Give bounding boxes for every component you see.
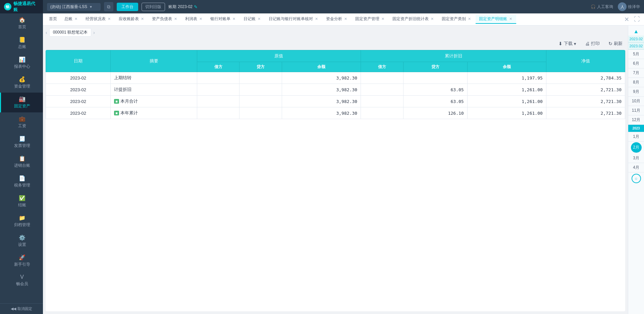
print-button[interactable]: 🖨 打印 [582, 39, 602, 48]
right-panel-month[interactable]: 1月 [628, 132, 644, 142]
sidebar-unpin-button[interactable]: ◀◀ 取消固定 [0, 303, 43, 314]
tab-银行对账单[interactable]: 银行对账单✕ [207, 15, 239, 24]
sidebar-item-税务管理[interactable]: 📄税务管理 [0, 172, 43, 192]
sidebar-item-工资[interactable]: 💼工资 [0, 112, 43, 132]
tab-close-icon[interactable]: ✕ [140, 16, 145, 21]
right-panel-month[interactable]: 9月 [628, 87, 644, 97]
row-tag: ■ [114, 111, 119, 115]
tab-固定资产折旧统计表[interactable]: 固定资产折旧统计表✕ [389, 15, 438, 24]
cell-orig-debit [197, 72, 239, 84]
switch-version-button[interactable]: 切到旧版 [142, 3, 165, 11]
tab-close-icon[interactable]: ✕ [343, 16, 348, 21]
tab-总账[interactable]: 总账✕ [61, 15, 82, 24]
sidebar-item-进销台账[interactable]: 📋进销台账 [0, 152, 43, 172]
sidebar-item-固定资产[interactable]: 🏭固定资产 [0, 93, 43, 112]
cell-acc-credit: 63.05 [403, 96, 467, 107]
maximize-button[interactable]: ⛶ [633, 15, 641, 23]
tab-首页[interactable]: 首页 [46, 15, 60, 24]
up-arrow-icon[interactable]: ▲ [633, 28, 640, 36]
tab-资产负债表[interactable]: 资产负债表✕ [149, 15, 181, 24]
print-icon: 🖨 [585, 41, 590, 46]
right-panel-month[interactable]: 3月 [628, 154, 644, 163]
tab-close-icon[interactable]: ✕ [107, 16, 111, 21]
page-content: ‹ 000001 联想笔记本 › ⬇ 下载 ▾ 🖨 打印 ↻ 刷新 [43, 25, 628, 314]
sidebar-item-资金管理[interactable]: 💰资金管理 [0, 73, 43, 93]
sidebar-item-总账[interactable]: 📒总账 [0, 33, 43, 53]
service-button[interactable]: 🎧 人工客询 [591, 4, 613, 10]
right-panel-month-active[interactable]: 2月 [631, 142, 642, 153]
sidebar-item-新手引导[interactable]: 🚀新手引导 [0, 251, 43, 271]
tab-close-icon[interactable]: ✕ [257, 16, 261, 21]
tab-固定资产管理[interactable]: 固定资产管理✕ [352, 15, 388, 24]
tab-资金分析[interactable]: 资金分析✕ [323, 15, 351, 24]
right-panel-month[interactable]: 11月 [628, 106, 644, 115]
next-arrow[interactable]: › [93, 30, 95, 35]
user-menu[interactable]: 人 徐泽华 [618, 2, 640, 11]
right-panel-month[interactable]: 5月 [628, 50, 644, 59]
col-accumulated-depreciation: 累计折旧 [361, 50, 546, 62]
tab-close-icon[interactable]: ✕ [381, 16, 385, 21]
download-button[interactable]: ⬇ 下载 ▾ [556, 39, 579, 48]
tab-利润表[interactable]: 利润表✕ [182, 15, 206, 24]
sidebar-item-设置[interactable]: ⚙️设置 [0, 231, 43, 251]
cell-orig-credit [239, 107, 282, 119]
close-all-tabs-button[interactable]: ✕ [623, 15, 631, 24]
company-selector[interactable]: (勿动) 江西服垂-LSS ▼ [47, 3, 101, 11]
right-panel-date-bottom[interactable]: 2023.02 [628, 43, 644, 50]
cell-orig-credit [239, 96, 282, 107]
refresh-icon: ↻ [608, 41, 612, 46]
copy-button[interactable]: ⧉ [104, 2, 113, 11]
sidebar-item-畅会员[interactable]: V畅会员 [0, 271, 43, 290]
tab-close-icon[interactable]: ✕ [467, 16, 472, 21]
cell-acc-balance: 1,261.00 [467, 84, 546, 96]
right-panel-month[interactable]: 10月 [628, 97, 644, 106]
tab-close-icon[interactable]: ✕ [232, 16, 236, 21]
circle-indicator[interactable]: ○ [632, 174, 641, 183]
sidebar-item-首页[interactable]: 🏠首页 [0, 13, 43, 33]
right-panel-date-top[interactable]: 2023.02 [628, 36, 644, 43]
tab-close-icon[interactable]: ✕ [74, 16, 78, 21]
cell-date: 2023-02 [46, 72, 111, 84]
sidebar-item-发票管理[interactable]: 🧾发票管理 [0, 132, 43, 152]
table-row: 2023-02 ■本月合计 3,982.30 63.05 1,261.00 2,… [46, 96, 625, 107]
tab-固定资产明细账[interactable]: 固定资产明细账✕ [476, 15, 516, 24]
prev-arrow[interactable]: ‹ [46, 30, 47, 35]
period-display: 账期 2023-02 ✎ [168, 4, 198, 10]
right-panel-month[interactable]: 4月 [628, 163, 644, 172]
sidebar-item-归档管理[interactable]: 📁归档管理 [0, 211, 43, 231]
cell-date: 2023-02 [46, 107, 111, 119]
right-panel-month[interactable]: 7月 [628, 68, 644, 78]
period-edit-icon[interactable]: ✎ [194, 4, 198, 9]
cell-acc-balance: 1,261.00 [467, 107, 546, 119]
col-orig-balance: 余额 [282, 62, 361, 72]
cell-acc-balance: 1,197.95 [467, 72, 546, 84]
chevron-down-icon: ▾ [574, 41, 576, 46]
table-row: 2023-02 计提折旧 3,982.30 63.05 1,261.00 2,7… [46, 84, 625, 96]
tab-close-icon[interactable]: ✕ [199, 16, 203, 21]
tab-应收账龄表[interactable]: 应收账龄表✕ [115, 15, 148, 24]
sidebar: 畅 畅捷通易代账 🏠首页📒总账📊报表中心💰资金管理🏭固定资产💼工资🧾发票管理📋进… [0, 0, 43, 314]
tab-固定资产类别[interactable]: 固定资产类别✕ [438, 15, 475, 24]
refresh-button[interactable]: ↻ 刷新 [606, 39, 625, 48]
tab-close-icon[interactable]: ✕ [173, 16, 178, 21]
cell-orig-balance: 3,982.30 [282, 107, 361, 119]
right-panel-year[interactable]: 2023 [628, 125, 644, 132]
sidebar-item-结账[interactable]: ✅结账 [0, 192, 43, 211]
col-abstract: 摘要 [111, 50, 197, 72]
right-panel-month[interactable]: 8月 [628, 78, 644, 87]
tab-日记账与银行对账单核对[interactable]: 日记账与银行对账单核对✕ [265, 15, 322, 24]
tab-日记账[interactable]: 日记账✕ [240, 15, 265, 24]
topbar: (勿动) 江西服垂-LSS ▼ ⧉ 工作台 切到旧版 账期 2023-02 ✎ … [43, 0, 644, 13]
right-panel-month[interactable]: 6月 [628, 59, 644, 68]
tab-close-icon[interactable]: ✕ [508, 16, 513, 21]
tab-close-icon[interactable]: ✕ [430, 16, 434, 21]
cell-date: 2023-02 [46, 96, 111, 107]
breadcrumb-item[interactable]: 000001 联想笔记本 [49, 28, 91, 37]
cell-acc-debit [361, 84, 404, 96]
table-row: 2023-02 ■本年累计 3,982.30 126.10 1,261.00 2… [46, 107, 625, 119]
tab-close-icon[interactable]: ✕ [314, 16, 319, 21]
right-panel-month[interactable]: 12月 [628, 115, 644, 125]
sidebar-item-报表中心[interactable]: 📊报表中心 [0, 53, 43, 73]
workbench-button[interactable]: 工作台 [117, 3, 138, 11]
tab-经营状况表[interactable]: 经营状况表✕ [82, 15, 115, 24]
